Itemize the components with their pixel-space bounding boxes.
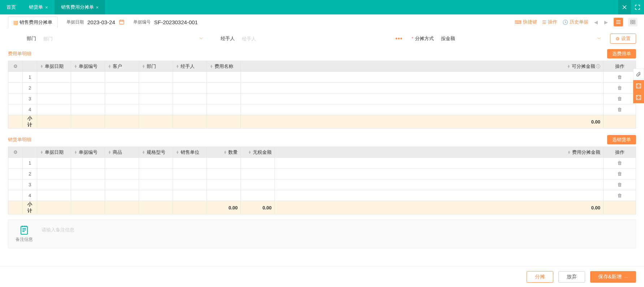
- col-alloc-amount[interactable]: ▲▼费用分摊金额: [275, 147, 604, 158]
- table-row[interactable]: 2🗑: [8, 169, 636, 179]
- view-grid-button[interactable]: [628, 18, 637, 26]
- method-label: *分摊方式: [406, 35, 438, 42]
- attachment-button[interactable]: [633, 69, 644, 80]
- list-icon: ☰: [542, 19, 546, 25]
- select-sales-button[interactable]: 选销货单: [607, 135, 636, 144]
- subtotal-row: 小计0.000.000.00: [8, 201, 636, 214]
- view-list-button[interactable]: [614, 18, 623, 26]
- gear-icon[interactable]: ⚙: [8, 147, 23, 158]
- col-action: 操作: [604, 61, 636, 72]
- col-handler[interactable]: ▲▼经手人: [173, 61, 207, 72]
- delete-icon[interactable]: 🗑: [604, 72, 636, 83]
- date-label: 单据日期: [66, 19, 84, 25]
- svg-rect-11: [631, 22, 632, 24]
- svg-rect-12: [633, 22, 635, 24]
- select-expense-button[interactable]: 选费用单: [607, 49, 636, 58]
- remarks-label: 备注信息: [16, 236, 33, 243]
- chevron-up-icon: ︿: [624, 274, 628, 279]
- tab-home[interactable]: 首页: [0, 0, 22, 14]
- close-icon[interactable]: ×: [96, 5, 99, 10]
- expense-title: 费用单明细: [8, 51, 31, 57]
- document-header: ▤ 销售费用分摊单 单据日期 2023-03-24 单据编号 SF-202303…: [0, 14, 644, 30]
- expense-section: 费用单明细 选费用单 ⚙ ▲▼单据日期 ▲▼单据编号 ▲▼客户 ▲▼部门 ▲▼经…: [0, 49, 644, 129]
- discard-button[interactable]: 放弃: [558, 271, 585, 283]
- delete-icon[interactable]: 🗑: [604, 104, 636, 115]
- notes-icon: [19, 225, 29, 235]
- date-value[interactable]: 2023-03-24: [87, 19, 115, 25]
- sales-title: 销货单明细: [8, 136, 31, 143]
- settings-button[interactable]: ⚙设置: [610, 34, 636, 44]
- svg-rect-21: [636, 95, 641, 100]
- col-dept[interactable]: ▲▼部门: [139, 61, 173, 72]
- delete-icon[interactable]: 🗑: [604, 94, 636, 104]
- more-icon[interactable]: •••: [396, 35, 403, 42]
- gear-icon: ⚙: [615, 36, 620, 42]
- expand-button[interactable]: [633, 80, 644, 92]
- subtotal-row: 小计0.00: [8, 115, 636, 129]
- svg-rect-10: [633, 20, 635, 22]
- side-rail: [633, 69, 644, 103]
- prev-doc-button[interactable]: ◀: [593, 19, 598, 25]
- operate-button[interactable]: ☰操作: [542, 19, 557, 25]
- delete-icon[interactable]: 🗑: [604, 83, 636, 94]
- svg-rect-2: [120, 20, 124, 24]
- close-panel-button[interactable]: [618, 0, 631, 14]
- allocate-button[interactable]: 分摊: [527, 271, 553, 283]
- dept-select[interactable]: [40, 33, 207, 44]
- shortcut-button[interactable]: ⌨快捷键: [515, 19, 537, 25]
- method-select[interactable]: [438, 33, 604, 44]
- document-type-tab[interactable]: ▤ 销售费用分摊单: [8, 17, 58, 28]
- remarks-input[interactable]: [42, 225, 628, 232]
- delete-icon[interactable]: 🗑: [604, 169, 636, 179]
- handler-label: 经手人: [207, 35, 239, 42]
- fullscreen-button[interactable]: [631, 0, 644, 14]
- col-no[interactable]: ▲▼单据编号: [71, 61, 105, 72]
- table-row[interactable]: 2🗑: [8, 83, 636, 94]
- table-row[interactable]: 3🗑: [8, 94, 636, 104]
- col-customer[interactable]: ▲▼客户: [105, 61, 139, 72]
- close-icon[interactable]: ×: [45, 5, 48, 10]
- next-doc-button[interactable]: ▶: [604, 19, 609, 25]
- delete-icon[interactable]: 🗑: [604, 158, 636, 169]
- delete-icon[interactable]: 🗑: [604, 179, 636, 190]
- col-date[interactable]: ▲▼单据日期: [37, 147, 71, 158]
- save-new-button[interactable]: 保存&新增︿: [590, 271, 636, 283]
- svg-rect-20: [636, 84, 641, 88]
- chevron-down-icon[interactable]: ﹀: [597, 36, 601, 42]
- form-row: 部门 ﹀ 经手人 ••• *分摊方式 ﹀ ⚙设置: [0, 30, 644, 49]
- history-button[interactable]: 🕓历史单据: [562, 19, 588, 25]
- table-row[interactable]: 4🗑: [8, 104, 636, 115]
- table-row[interactable]: 1🗑: [8, 72, 636, 83]
- table-row[interactable]: 1🗑: [8, 158, 636, 169]
- col-date[interactable]: ▲▼单据日期: [37, 61, 71, 72]
- document-icon: ▤: [13, 19, 18, 25]
- col-spec[interactable]: ▲▼规格型号: [139, 147, 173, 158]
- doc-no-label: 单据编号: [133, 19, 151, 25]
- gear-icon[interactable]: ⚙: [8, 61, 23, 72]
- col-amount[interactable]: ▲▼可分摊金额ⓘ: [241, 61, 604, 72]
- dept-label: 部门: [8, 35, 40, 42]
- calendar-icon[interactable]: [119, 19, 125, 25]
- sales-table: ⚙ ▲▼单据日期 ▲▼单据编号 ▲▼商品 ▲▼规格型号 ▲▼销售单位 ▲▼数量 …: [8, 147, 636, 214]
- tab-sales-expense-alloc[interactable]: 销售费用分摊单×: [55, 0, 105, 14]
- sales-section: 销货单明细 选销货单 ⚙ ▲▼单据日期 ▲▼单据编号 ▲▼商品 ▲▼规格型号 ▲…: [0, 135, 644, 214]
- col-no[interactable]: ▲▼单据编号: [71, 147, 105, 158]
- chevron-down-icon[interactable]: ﹀: [199, 36, 204, 42]
- table-row[interactable]: 4🗑: [8, 190, 636, 201]
- col-product[interactable]: ▲▼商品: [105, 147, 139, 158]
- remarks-box: 备注信息: [8, 219, 636, 248]
- table-row[interactable]: 3🗑: [8, 179, 636, 190]
- footer-bar: 分摊 放弃 保存&新增︿: [0, 266, 644, 287]
- help-icon[interactable]: ⓘ: [596, 64, 600, 69]
- top-tab-bar: 首页 销货单× 销售费用分摊单×: [0, 0, 644, 14]
- expense-table: ⚙ ▲▼单据日期 ▲▼单据编号 ▲▼客户 ▲▼部门 ▲▼经手人 ▲▼费用名称 ▲…: [8, 61, 636, 129]
- col-unit[interactable]: ▲▼销售单位: [173, 147, 207, 158]
- delete-icon[interactable]: 🗑: [604, 190, 636, 201]
- tab-sales-order[interactable]: 销货单×: [22, 0, 55, 14]
- col-notax[interactable]: ▲▼无税金额: [241, 147, 275, 158]
- col-qty[interactable]: ▲▼数量: [207, 147, 241, 158]
- handler-select[interactable]: [239, 33, 405, 44]
- collapse-button[interactable]: [633, 92, 644, 103]
- col-expense-name[interactable]: ▲▼费用名称: [207, 61, 241, 72]
- doc-no-value: SF-20230324-001: [154, 19, 198, 25]
